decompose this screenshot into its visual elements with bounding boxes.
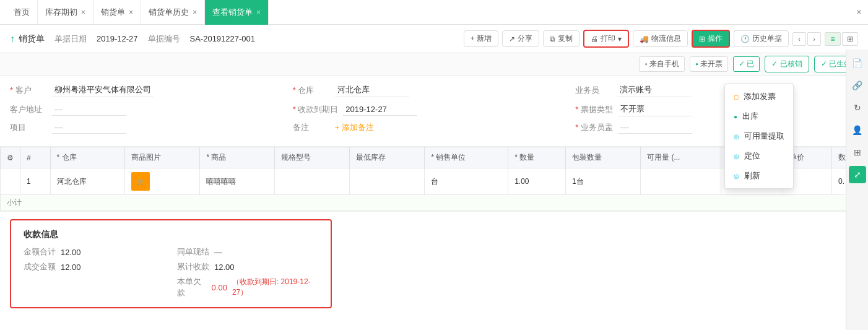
salesperson-label: 业务员盂 <box>575 122 613 133</box>
col-model: 规格型号 <box>275 147 350 168</box>
dropdown-locate[interactable]: ◎ 定位 <box>725 146 793 166</box>
sidebar-table-icon[interactable]: ⊞ <box>849 144 866 161</box>
transaction-item: 成交金额 12.00 <box>24 261 165 272</box>
tab-close-view-sales[interactable]: × <box>256 8 261 17</box>
sidebar-person-icon[interactable]: 👤 <box>849 121 866 139</box>
warehouse-value: 河北仓库 <box>335 83 409 97</box>
global-close-button[interactable]: × <box>856 7 862 18</box>
date-value: 2019-12-27 <box>97 34 138 43</box>
view-grid-button[interactable]: ⊞ <box>842 32 858 46</box>
prev-button[interactable]: ‹ <box>792 32 806 46</box>
doc-icon: ↑ <box>10 33 15 45</box>
col-package: 包装数量 <box>566 147 641 168</box>
history-button[interactable]: 🕐 历史单据 <box>734 30 789 47</box>
cumulative-item: 累计收款 12.00 <box>177 261 318 272</box>
tab-inventory[interactable]: 库存期初 × <box>38 0 93 25</box>
address-value: --- <box>52 103 126 116</box>
settle-value: — <box>214 248 222 257</box>
staff-label: 业务员 <box>575 85 612 96</box>
due-date-value: 2019-12-27 <box>343 103 417 116</box>
total-amount-label: 金额合计 <box>24 246 56 258</box>
share-icon: ↗ <box>509 35 515 43</box>
dropdown-add-invoice[interactable]: ◻ 添加发票 <box>725 87 793 106</box>
share-button[interactable]: ↗ 分享 <box>502 30 539 47</box>
cell-min-stock <box>350 168 425 195</box>
settle-label: 同单现结 <box>177 246 209 258</box>
tab-sales-history[interactable]: 销货单历史 × <box>141 0 205 25</box>
salesperson-value: --- <box>618 121 692 134</box>
total-amount-value: 12.00 <box>61 248 81 257</box>
not-open-button[interactable]: 未开票 <box>690 56 728 72</box>
tab-sales[interactable]: 销货单 × <box>93 0 141 25</box>
new-button[interactable]: + 新增 <box>464 30 498 47</box>
refresh-icon: ◎ <box>734 173 739 180</box>
date-label: 单据日期 <box>54 33 87 45</box>
col-product-img: 商品图片 <box>125 147 200 168</box>
sidebar-link-icon[interactable]: 🔗 <box>849 77 866 94</box>
tab-view-sales[interactable]: 查看销货单 × <box>205 0 269 25</box>
sidebar-refresh-icon[interactable]: ↻ <box>849 99 866 116</box>
staff-field: 业务员 演示账号 <box>575 83 858 97</box>
add-note-button[interactable]: + 添加备注 <box>335 122 374 133</box>
copy-button[interactable]: ⧉ 复制 <box>543 30 579 47</box>
col-qty: * 数量 <box>508 147 566 168</box>
history-icon: 🕐 <box>740 35 750 43</box>
dropdown-outbound[interactable]: ● 出库 <box>725 106 793 126</box>
staff-value: 演示账号 <box>617 83 692 97</box>
warehouse-field: 仓库 河北仓库 <box>293 83 576 97</box>
transaction-value: 12.00 <box>61 263 81 272</box>
cancelled-button[interactable]: ✓ 已核销 <box>765 56 809 72</box>
view-list-button[interactable]: ≡ <box>825 32 841 46</box>
dropdown-available-extract[interactable]: ◎ 可用量提取 <box>725 126 793 146</box>
tab-close-sales-history[interactable]: × <box>193 8 197 17</box>
right-sidebar: 📄 🔗 ↻ 👤 ⊞ ⤢ <box>846 50 868 330</box>
customer-label: 客户 <box>10 85 47 96</box>
receivable-note: （收款到期日: 2019-12-27） <box>232 277 318 298</box>
sidebar-document-icon[interactable]: 📄 <box>849 54 866 72</box>
dropdown-refresh[interactable]: ◎ 刷新 <box>725 166 793 186</box>
customer-field: 客户 柳州粤港平安气体有限公司 <box>10 83 293 97</box>
salesperson-field: 业务员盂 --- <box>575 121 858 134</box>
from-phone-button[interactable]: 来自手机 <box>639 56 685 72</box>
transaction-label: 成交金额 <box>24 261 56 272</box>
payment-box: 收款信息 金额合计 12.00 同单现结 — 成交金额 12.00 累计收款 1… <box>10 219 332 308</box>
project-value: --- <box>52 121 126 134</box>
number-value: SA-20191227-001 <box>190 34 256 43</box>
confirm-button[interactable]: ✓ 已 <box>733 56 760 72</box>
invoice-value: 不开票 <box>618 102 692 116</box>
product-image: 🛒 <box>131 172 150 191</box>
print-button[interactable]: 🖨 打印 ▾ <box>583 30 629 48</box>
print-icon: 🖨 <box>591 35 598 43</box>
sidebar-fullscreen-icon[interactable]: ⤢ <box>849 166 866 183</box>
col-warehouse: * 仓库 <box>50 147 125 168</box>
customer-value: 柳州粤港平安气体有限公司 <box>52 83 154 97</box>
col-available: 可用量 (... <box>641 147 721 168</box>
settle-item: 同单现结 — <box>177 246 318 258</box>
address-label: 客户地址 <box>10 104 47 115</box>
project-label: 项目 <box>10 122 47 133</box>
cumulative-label: 累计收款 <box>177 261 209 272</box>
remark-label: 备注 <box>293 122 330 133</box>
invoice-label: 票据类型 <box>575 104 613 115</box>
copy-icon: ⧉ <box>550 35 555 43</box>
remark-field: 备注 + 添加备注 <box>293 122 576 133</box>
logistics-icon: 🚚 <box>640 35 649 43</box>
logistics-button[interactable]: 🚚 物流信息 <box>633 30 688 47</box>
cell-warehouse: 河北仓库 <box>50 168 125 195</box>
warehouse-label: 仓库 <box>293 85 330 96</box>
tab-home[interactable]: 首页 <box>6 0 38 25</box>
dropdown-menu: ◻ 添加发票 ● 出库 ◎ 可用量提取 ◎ 定位 ◎ 刷新 <box>724 84 794 189</box>
subtotal-row: 小计 <box>1 195 868 211</box>
locate-icon: ◎ <box>734 153 739 160</box>
tab-close-sales[interactable]: × <box>129 8 133 17</box>
outbound-icon: ● <box>734 113 737 120</box>
col-gear: ⚙ <box>1 147 20 168</box>
cumulative-value: 12.00 <box>214 263 235 272</box>
operate-button[interactable]: ⊞ 操作 <box>692 30 730 48</box>
view-toggle: ≡ ⊞ <box>825 32 858 46</box>
subtotal-label: 小计 <box>1 195 868 211</box>
cell-no: 1 <box>20 168 51 195</box>
doc-title: ↑ 销货单 <box>10 33 45 45</box>
next-button[interactable]: › <box>807 32 821 46</box>
tab-close-inventory[interactable]: × <box>81 8 85 17</box>
